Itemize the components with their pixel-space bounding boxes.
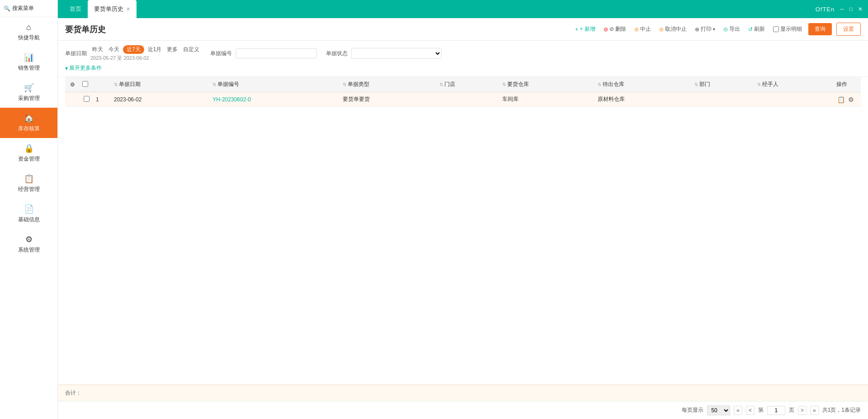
row-pending-warehouse: 原材料仓库 — [595, 92, 692, 107]
expand-conditions-button[interactable]: ▾ 展开更多条件 — [65, 64, 861, 72]
display-detail-button[interactable]: 显示明细 — [771, 24, 804, 34]
per-page-select[interactable]: 20 50 100 — [707, 405, 730, 415]
sort-icon: ⇅ — [212, 82, 217, 87]
print-dropdown-icon: ▾ — [713, 27, 715, 32]
date-filter-group: 单据日期 昨天 今天 近7天 近1月 更多 自定义 2023-05-27 至 2… — [65, 45, 201, 62]
refresh-icon: ↺ — [748, 26, 753, 33]
doc-no-label: 单据编号 — [210, 50, 232, 57]
sidebar-item-home[interactable]: ⌂ 快捷导航 — [0, 17, 57, 47]
column-date[interactable]: ⇅ 单据日期 — [111, 77, 210, 92]
next-page-button[interactable]: > — [798, 406, 807, 415]
column-store[interactable]: ⇅ 门店 — [437, 77, 500, 92]
total-info: 共1页，1条记录 — [822, 406, 861, 414]
first-page-button[interactable]: « — [734, 406, 742, 415]
delete-icon: ⊘ — [604, 26, 608, 33]
sidebar-item-sales[interactable]: 📊 销售管理 — [0, 47, 57, 77]
sidebar-item-ops[interactable]: 📋 经营管理 — [0, 168, 57, 199]
main-area: 首页 要货单历史 ✕ OfTEn ─ □ ✕ 要货单历史 + + 新增 ⊘ ⊘ — [58, 0, 868, 419]
status-label: 单据状态 — [326, 50, 348, 57]
date-opt-more[interactable]: 更多 — [165, 45, 179, 54]
column-dept[interactable]: ⇅ 部门 — [692, 77, 755, 92]
sidebar-item-system[interactable]: ⚙ 系统管理 — [0, 229, 57, 259]
sidebar-item-label: 采购管理 — [18, 95, 40, 102]
export-button[interactable]: ⊙ 导出 — [722, 24, 742, 34]
sidebar-item-label: 库存核算 — [18, 125, 40, 133]
date-range-display: 2023-05-27 至 2023-06-02 — [90, 55, 201, 62]
search-menu[interactable]: 🔍 搜索菜单 — [0, 0, 57, 17]
topbar-right: OfTEn ─ □ ✕ — [816, 6, 863, 13]
sidebar: 🔍 搜索菜单 ⌂ 快捷导航 📊 销售管理 🛒 采购管理 🏠 库存核算 🔒 资金管… — [0, 0, 58, 419]
row-dept — [692, 92, 755, 107]
date-opt-yesterday[interactable]: 昨天 — [90, 45, 105, 54]
expand-icon: ▾ — [65, 65, 68, 71]
row-req-warehouse: 车间库 — [500, 92, 595, 107]
date-opt-7days[interactable]: 近7天 — [123, 45, 144, 54]
table-container: ⚙ ⇅ 单据日期 ⇅ 单据编号 ⇅ 单据类型 ⇅ 门店 ⇅ 要货仓库 ⇅ 待出仓… — [58, 77, 868, 385]
column-doc-type[interactable]: ⇅ 单据类型 — [340, 77, 437, 92]
tab-history[interactable]: 要货单历史 ✕ — [88, 0, 137, 18]
row-date: 2023-06-02 — [111, 92, 210, 107]
tab-close-icon[interactable]: ✕ — [126, 6, 130, 12]
page-number-input[interactable] — [767, 406, 785, 415]
select-all-checkbox[interactable] — [82, 81, 88, 87]
last-page-button[interactable]: » — [810, 406, 819, 415]
tab-history-label: 要货单历史 — [94, 5, 123, 13]
column-doc-no[interactable]: ⇅ 单据编号 — [210, 77, 340, 92]
column-ops: 操作 — [834, 77, 861, 92]
sidebar-item-basic[interactable]: 📄 基础信息 — [0, 199, 57, 229]
column-handler[interactable]: ⇅ 经手人 — [755, 77, 834, 92]
system-icon: ⚙ — [25, 234, 33, 244]
row-more-icon[interactable]: ⚙ — [848, 96, 854, 103]
row-store — [437, 92, 500, 107]
pagination: 每页显示 20 50 100 « < 第 页 > » 共1页，1条记录 — [58, 401, 868, 419]
column-settings[interactable]: ⚙ — [65, 77, 80, 92]
row-checkbox[interactable] — [80, 92, 93, 107]
new-button[interactable]: + + 新增 — [573, 24, 597, 34]
content-area: 要货单历史 + + 新增 ⊘ ⊘ 删除 ⊘ 中止 ⊘ 取消中止 — [58, 18, 868, 419]
sort-icon: ⇅ — [598, 82, 603, 87]
footer-bar: 合计： — [58, 385, 868, 401]
maximize-button[interactable]: □ — [849, 6, 853, 12]
date-opt-custom[interactable]: 自定义 — [181, 45, 201, 54]
page-header: 要货单历史 + + 新增 ⊘ ⊘ 删除 ⊘ 中止 ⊘ 取消中止 — [58, 18, 868, 41]
row-edit-icon[interactable]: 📋 — [837, 96, 845, 103]
doc-no-filter-group: 单据编号 — [210, 48, 317, 58]
page-suffix: 页 — [789, 406, 794, 414]
refresh-button[interactable]: ↺ 刷新 — [746, 24, 767, 34]
sidebar-item-inventory[interactable]: 🏠 库存核算 — [0, 108, 57, 138]
settings-button[interactable]: 设置 — [836, 23, 861, 36]
sidebar-item-finance[interactable]: 🔒 资金管理 — [0, 138, 57, 168]
delete-button[interactable]: ⊘ ⊘ 删除 — [602, 24, 628, 34]
inventory-icon: 🏠 — [24, 113, 34, 123]
row-doc-no: YH-20230602-0 — [210, 92, 340, 107]
ops-icon: 📋 — [24, 174, 34, 184]
display-detail-checkbox[interactable] — [773, 26, 779, 32]
tab-home[interactable]: 首页 — [63, 0, 88, 18]
filter-row: 单据日期 昨天 今天 近7天 近1月 更多 自定义 2023-05-27 至 2… — [65, 45, 861, 62]
doc-no-input[interactable] — [236, 48, 317, 58]
finance-icon: 🔒 — [24, 143, 34, 153]
print-button[interactable]: ⊕ 打印 ▾ — [693, 24, 717, 34]
stop-button[interactable]: ⊘ 中止 — [632, 24, 653, 34]
query-button[interactable]: 查询 — [808, 23, 832, 35]
date-opt-today[interactable]: 今天 — [107, 45, 121, 54]
close-button[interactable]: ✕ — [858, 6, 863, 12]
prev-page-button[interactable]: < — [746, 406, 755, 415]
column-req-warehouse[interactable]: ⇅ 要货仓库 — [500, 77, 595, 92]
minimize-button[interactable]: ─ — [840, 6, 844, 12]
sort-icon: ⇅ — [757, 82, 762, 87]
sidebar-item-label: 快捷导航 — [18, 34, 40, 42]
sidebar-item-purchase[interactable]: 🛒 采购管理 — [0, 77, 57, 108]
date-options-group: 昨天 今天 近7天 近1月 更多 自定义 2023-05-27 至 2023-0… — [90, 45, 201, 62]
cancel-stop-button[interactable]: ⊘ 取消中止 — [657, 24, 689, 34]
row-select-checkbox[interactable] — [84, 96, 90, 102]
row-num: 1 — [93, 92, 111, 107]
stop-icon: ⊘ — [634, 26, 639, 33]
column-pending-warehouse[interactable]: ⇅ 待出仓库 — [595, 77, 692, 92]
basic-icon: 📄 — [24, 204, 34, 214]
data-table: ⚙ ⇅ 单据日期 ⇅ 单据编号 ⇅ 单据类型 ⇅ 门店 ⇅ 要货仓库 ⇅ 待出仓… — [65, 77, 861, 107]
status-select[interactable] — [351, 48, 442, 59]
plus-icon: + — [575, 26, 578, 33]
doc-no-link[interactable]: YH-20230602-0 — [212, 96, 251, 103]
date-opt-1month[interactable]: 近1月 — [146, 45, 164, 54]
